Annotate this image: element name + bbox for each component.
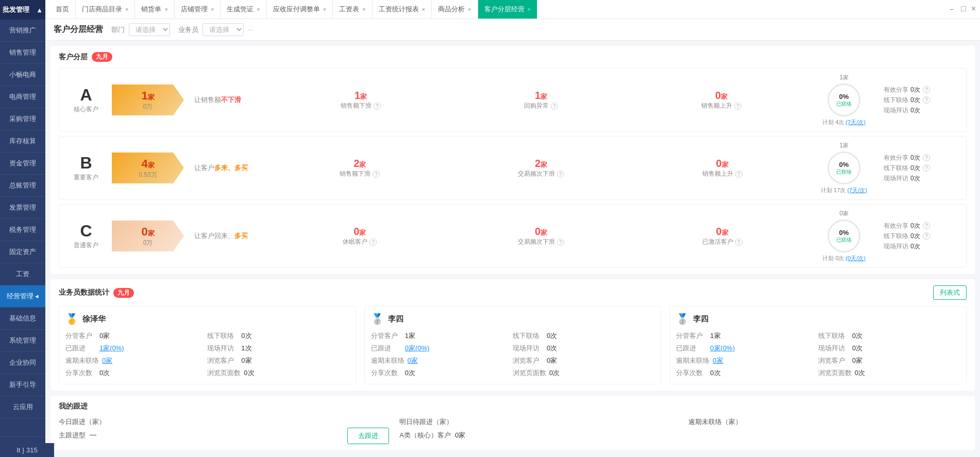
tier-b-amount: 0.53万 (139, 171, 157, 179)
tier-c-contact-circle: 0% 已联络 (827, 219, 860, 252)
sidebar-item-采购管理[interactable]: 采购管理 (0, 108, 45, 130)
filter-more-dots[interactable]: ··· (248, 26, 254, 33)
close-icon[interactable]: × (257, 6, 260, 12)
metric-c-3: 0家 已激活客户 ? (702, 226, 743, 246)
info-icon[interactable]: ? (373, 171, 380, 178)
dept-select[interactable]: 请选择 (129, 23, 170, 36)
customer-tier-title: 客户分层 九月 (59, 52, 967, 62)
staff-3-name: 李四 (693, 314, 708, 324)
sales-label: 业务员 (178, 25, 198, 35)
info-icon[interactable]: ? (557, 239, 564, 246)
biz-month-badge: 九月 (113, 288, 134, 298)
close-icon[interactable]: × (362, 6, 365, 12)
biz-stats-section: 业务员数据统计 九月 列表式 🥇 徐泽华 分管客户0家 线下联络0次 已跟进1家… (50, 279, 975, 391)
tab-生成凭证[interactable]: 生成凭证 × (221, 0, 266, 19)
sidebar-item-基础信息[interactable]: 基础信息 (0, 308, 45, 330)
close-icon[interactable]: × (528, 6, 531, 12)
tier-b-slogan: 让客户多来、多买 (189, 163, 272, 173)
sidebar-collapse-icon[interactable]: ▲ (36, 6, 43, 14)
tier-a-count-block: 1家 0万 (107, 84, 189, 115)
close-icon[interactable]: × (164, 6, 167, 12)
go-followup-button[interactable]: 去跟进 (347, 428, 389, 444)
staff-1-overdue[interactable]: 0家 (102, 356, 112, 365)
tab-window-maximize[interactable]: □ (961, 4, 966, 15)
metric-c-2: 0家 交易频次下滑 ? (518, 226, 564, 246)
sidebar-title: 批发管理 (3, 5, 29, 14)
main-area: 首页 门店商品目录 × 销货单 × 店铺管理 × 生成凭证 × 应收应付调整单 … (45, 0, 980, 457)
tab-客户分层经营[interactable]: 客户分层经营 × (478, 0, 537, 19)
tab-店铺管理[interactable]: 店铺管理 × (175, 0, 221, 19)
close-icon[interactable]: × (323, 6, 326, 12)
today-row-1: 主跟进型 — (59, 431, 337, 440)
staff-3-overdue[interactable]: 0家 (713, 356, 723, 365)
tab-商品分析[interactable]: 商品分析 × (432, 0, 478, 19)
sidebar-item-销售管理[interactable]: 销售管理 (0, 42, 45, 64)
tab-window-minimize[interactable]: － (948, 4, 956, 15)
sidebar-item-发票管理[interactable]: 发票管理 (0, 197, 45, 219)
staff-2-overdue[interactable]: 0家 (408, 356, 418, 365)
sidebar-item-税务管理[interactable]: 税务管理 (0, 219, 45, 241)
content-area: 客户分层经营 部门 请选择 业务员 请选择 ··· 客户分层 九月 (45, 19, 980, 457)
sales-select[interactable]: 请选择 (202, 23, 244, 36)
sidebar-item-新手引导[interactable]: 新手引导 (0, 374, 45, 396)
close-icon[interactable]: × (422, 6, 425, 12)
sidebar-item-总账管理[interactable]: 总账管理 (0, 175, 45, 197)
tier-grid: A 核心客户 1家 0万 让销售额不下滑 1家 销售额下滑 ? (59, 68, 967, 268)
staff-1-name: 徐泽华 (82, 314, 106, 324)
tier-row-a: A 核心客户 1家 0万 让销售额不下滑 1家 销售额下滑 ? (59, 68, 967, 132)
tier-a-plan: 计划 4次 (7天/次) (822, 119, 866, 126)
tier-a-side-stats: 有效分享 0次 ? 线下联络 0次 ? 现场拜访 0次 (877, 86, 960, 115)
staff-2-followed[interactable]: 0家(0%) (405, 344, 430, 353)
tier-b-plan-link[interactable]: (7天/次) (847, 187, 867, 193)
tier-a-plan-link[interactable]: (7天/次) (846, 119, 866, 125)
today-followup-rows: 主跟进型 — (59, 431, 337, 440)
tier-b-name: 重要客户 (74, 173, 98, 182)
metric-b-3: 0家 销售额上升 ? (702, 158, 743, 178)
info-icon[interactable]: ? (735, 171, 742, 178)
sidebar-item-云应用[interactable]: 云应用 (0, 396, 45, 418)
tier-a-amount: 0万 (143, 103, 153, 111)
info-icon[interactable]: ? (369, 239, 377, 246)
sidebar-item-资金管理[interactable]: 资金管理 (0, 153, 45, 175)
tab-应收应付调整单[interactable]: 应收应付调整单 × (267, 0, 333, 19)
list-view-button[interactable]: 列表式 (933, 285, 967, 300)
sidebar-item-系统管理[interactable]: 系统管理 (0, 330, 45, 352)
staff-1-followed[interactable]: 1家(0%) (99, 344, 124, 353)
info-icon[interactable]: ? (734, 103, 741, 110)
page-header: 客户分层经营 部门 请选择 业务员 请选择 ··· (45, 19, 980, 41)
staff-card-2: 🥈 李四 分管客户1家 线下联络0次 已跟进0家(0%) 现场拜访0次 逾期未联… (364, 306, 662, 384)
tab-window-close[interactable]: × (971, 4, 976, 15)
info-icon[interactable]: ? (735, 239, 742, 246)
tier-b-contact: 1家 0% 已联络 计划 17次 (7天/次) (810, 142, 877, 194)
info-icon[interactable]: ? (557, 171, 564, 178)
sidebar-item-营销推广[interactable]: 营销推广 (0, 20, 45, 42)
close-icon[interactable]: × (468, 6, 471, 12)
staff-2-name: 李四 (388, 314, 403, 324)
close-icon[interactable]: × (125, 6, 128, 12)
sidebar-item-工资[interactable]: 工资 (0, 263, 45, 285)
tab-销货单[interactable]: 销货单 × (135, 0, 174, 19)
tab-门店商品目录[interactable]: 门店商品目录 × (76, 0, 135, 19)
tab-工资统计报表[interactable]: 工资统计报表 × (373, 0, 432, 19)
tomorrow-row-1: A类（核心）客户 0家 (399, 431, 678, 440)
tab-工资表[interactable]: 工资表 × (333, 0, 372, 19)
sidebar-item-固定资产[interactable]: 固定资产 (0, 241, 45, 263)
tier-b-side-stats: 有效分享 0次 ? 线下联络 0次 ? 现场拜访 0次 (877, 154, 960, 183)
info-icon[interactable]: ? (551, 103, 558, 110)
sidebar-item-小畅电商[interactable]: 小畅电商 (0, 64, 45, 86)
tier-b-letter: B (80, 155, 92, 171)
sidebar-item-库存核算[interactable]: 库存核算 (0, 130, 45, 153)
tier-a-slogan: 让销售额不下滑 (189, 95, 272, 105)
staff-2-stats: 分管客户1家 线下联络0次 已跟进0家(0%) 现场拜访0次 逾期未联络0家 浏… (371, 331, 655, 378)
tier-c-slogan: 让客户回来、多买 (189, 231, 272, 241)
tab-首页[interactable]: 首页 (49, 0, 76, 19)
staff-3-followed[interactable]: 0家(0%) (710, 344, 735, 353)
tier-c-plan-link[interactable]: (0天/次) (846, 255, 866, 261)
close-icon[interactable]: × (211, 6, 214, 12)
sidebar-item-经营管理[interactable]: 经营管理 ◂ (0, 285, 45, 308)
sidebar-item-电商管理[interactable]: 电商管理 (0, 86, 45, 108)
sidebar-item-企业协同[interactable]: 企业协同 (0, 352, 45, 374)
info-icon[interactable]: ? (374, 103, 381, 110)
tomorrow-followup-col: 明日待跟进（家） A类（核心）客户 0家 (399, 417, 678, 440)
sidebar-header[interactable]: 批发管理 ▲ (0, 0, 45, 20)
